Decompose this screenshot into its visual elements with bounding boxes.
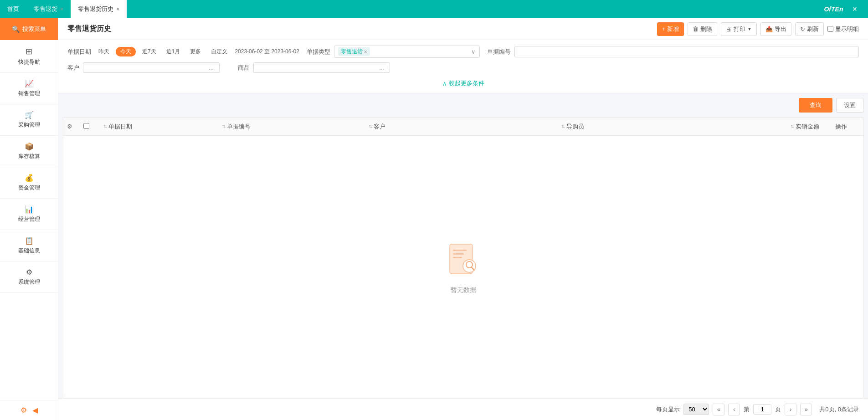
page-first-button[interactable]: « (713, 404, 724, 415)
col-header-guide[interactable]: ⇅ 导购员 (558, 123, 704, 131)
sidebar-item-purchase-mgmt[interactable]: 🛒 采购管理 (0, 104, 58, 136)
date-btn-yesterday[interactable]: 昨天 (95, 47, 113, 56)
tab-home[interactable]: 首页 (0, 0, 26, 18)
col-checkbox (83, 123, 100, 130)
sidebar-collapse-icon[interactable]: ◀ (32, 406, 38, 415)
purchase-mgmt-icon: 🛒 (25, 111, 34, 119)
sidebar-item-purchase-label: 采购管理 (18, 121, 40, 129)
page-number-input[interactable] (753, 404, 771, 415)
table-settings-icon[interactable]: ⚙ (67, 123, 72, 130)
date-btn-1month[interactable]: 近1月 (163, 47, 184, 56)
sidebar-item-quick-nav[interactable]: ⊞ 快捷导航 (0, 40, 58, 73)
top-bar: 首页 零售退货 × 零售退货历史 × OfTEn × (0, 0, 868, 18)
date-btn-more[interactable]: 更多 (186, 47, 205, 56)
tab-retail-return-history-label: 零售退货历史 (78, 5, 113, 13)
window-close-button[interactable]: × (848, 5, 861, 14)
page-actions: + 新增 🗑 删除 🖨 打印 ▼ 📤 导出 ↻ 刷新 (657, 22, 859, 36)
export-icon: 📤 (765, 26, 773, 32)
quick-nav-icon: ⊞ (26, 46, 32, 56)
delete-button[interactable]: 🗑 删除 (688, 22, 717, 36)
sidebar-item-basic-info[interactable]: 📋 基础信息 (0, 230, 58, 261)
show-detail-label: 显示明细 (835, 25, 859, 33)
show-detail-checkbox-label[interactable]: 显示明细 (827, 25, 859, 33)
col-header-customer[interactable]: ⇅ 客户 (365, 123, 558, 131)
refresh-icon: ↻ (800, 26, 805, 32)
refresh-button[interactable]: ↻ 刷新 (795, 22, 824, 36)
tab-home-label: 首页 (7, 5, 19, 13)
page-prev-icon: ‹ (733, 406, 735, 413)
col-header-ops: 操作 (823, 123, 859, 131)
per-page-label: 每页显示 (656, 405, 680, 414)
number-filter-label: 单据编号 (487, 48, 511, 56)
date-btn-custom[interactable]: 自定义 (207, 47, 231, 56)
query-button[interactable]: 查询 (799, 98, 832, 113)
sidebar-item-inventory-label: 库存核算 (18, 153, 40, 160)
sidebar-search[interactable]: 🔍 搜索菜单 (0, 18, 58, 40)
delete-icon: 🗑 (693, 26, 699, 32)
sidebar-settings-icon[interactable]: ⚙ (21, 406, 27, 415)
col-guide-sort-icon: ⇅ (561, 124, 565, 129)
goods-dots-btn[interactable]: ... (377, 64, 386, 71)
show-detail-checkbox[interactable] (827, 26, 833, 32)
page-prev-button[interactable]: ‹ (728, 404, 740, 415)
col-guide-label: 导购员 (566, 123, 584, 131)
operations-icon: 📊 (25, 205, 34, 214)
sidebar-search-label: 搜索菜单 (22, 25, 46, 33)
customer-input[interactable] (87, 64, 207, 71)
export-button-label: 导出 (775, 25, 786, 33)
goods-filter-label: 商品 (238, 64, 250, 72)
page-last-icon: » (805, 406, 808, 413)
new-button[interactable]: + 新增 (657, 22, 684, 36)
col-header-date[interactable]: ⇅ 单据日期 (100, 123, 218, 131)
type-filter-label: 单据类型 (307, 48, 330, 56)
empty-text: 暂无数据 (451, 286, 476, 294)
sidebar-item-sales-mgmt[interactable]: 📈 销售管理 (0, 73, 58, 104)
new-button-label: + 新增 (662, 25, 679, 33)
col-date-sort-icon: ⇅ (103, 124, 107, 129)
select-all-checkbox[interactable] (83, 123, 89, 129)
col-customer-sort-icon: ⇅ (369, 124, 372, 129)
date-filter-label: 单据日期 (67, 48, 91, 56)
tab-retail-return[interactable]: 零售退货 × (26, 0, 71, 18)
tab-retail-return-history[interactable]: 零售退货历史 × (71, 0, 127, 18)
col-header-amount[interactable]: ⇅ 实销金额 (704, 123, 823, 131)
print-button[interactable]: 🖨 打印 ▼ (721, 22, 757, 36)
sidebar-item-quick-nav-label: 快捷导航 (18, 58, 40, 66)
tab-retail-return-close[interactable]: × (60, 6, 63, 12)
type-select[interactable]: 零售退货 × ∨ (334, 46, 480, 58)
goods-input[interactable] (257, 64, 377, 71)
delete-button-label: 删除 (700, 25, 712, 33)
page-next-icon: › (790, 406, 791, 413)
type-tag: 零售退货 × (338, 47, 370, 56)
col-amount-label: 实销金额 (796, 123, 819, 131)
number-input[interactable] (514, 46, 859, 57)
tab-retail-return-history-close[interactable]: × (116, 6, 119, 12)
filter-row-1: 单据日期 昨天 今天 近7天 近1月 (67, 46, 859, 58)
col-header-number[interactable]: ⇅ 单据编号 (218, 123, 365, 131)
collapse-button[interactable]: ∧ 收起更多条件 (442, 79, 484, 87)
sidebar-item-basic-info-label: 基础信息 (18, 247, 40, 255)
svg-rect-1 (453, 250, 467, 251)
sidebar-item-finance-label: 资金管理 (18, 184, 40, 192)
date-btn-7days[interactable]: 近7天 (139, 47, 160, 56)
sidebar-item-inventory[interactable]: 📦 库存核算 (0, 136, 58, 167)
per-page-select[interactable]: 50 10 20 100 (683, 404, 709, 415)
col-num-sort-icon: ⇅ (222, 124, 226, 129)
export-button[interactable]: 📤 导出 (760, 22, 791, 36)
settings-button[interactable]: 设置 (836, 98, 863, 113)
type-tag-remove[interactable]: × (364, 49, 367, 55)
sidebar-item-finance[interactable]: 💰 资金管理 (0, 167, 58, 199)
customer-dots-btn[interactable]: ... (207, 64, 216, 71)
print-icon: 🖨 (726, 26, 732, 32)
type-filter-item: 单据类型 零售退货 × ∨ (307, 46, 480, 58)
collapse-button-label: 收起更多条件 (449, 79, 484, 87)
date-range-display: 2023-06-02 至 2023-06-02 (235, 48, 299, 56)
sidebar-item-system-mgmt[interactable]: ⚙ 系统管理 (0, 261, 58, 293)
content-area: 零售退货历史 + 新增 🗑 删除 🖨 打印 ▼ 📤 导出 (58, 18, 868, 420)
sidebar-item-operations[interactable]: 📊 经营管理 (0, 199, 58, 230)
page-next-button[interactable]: › (785, 404, 796, 415)
table-header: ⚙ ⇅ 单据日期 ⇅ 单据编号 ⇅ 客户 ⇅ (63, 118, 863, 136)
sidebar: 🔍 搜索菜单 ⊞ 快捷导航 📈 销售管理 🛒 采购管理 📦 库存核算 💰 资金管… (0, 18, 58, 420)
date-btn-today[interactable]: 今天 (116, 47, 136, 56)
page-last-button[interactable]: » (800, 404, 812, 415)
